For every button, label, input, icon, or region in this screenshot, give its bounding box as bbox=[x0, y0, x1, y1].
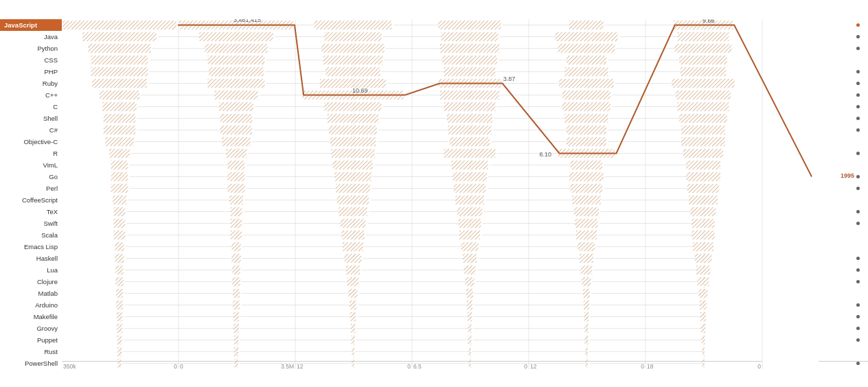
svg-rect-117 bbox=[564, 114, 586, 123]
svg-rect-49 bbox=[91, 56, 120, 64]
svg-rect-21 bbox=[569, 21, 586, 30]
lang-label-objective-c: Objective-C bbox=[0, 136, 62, 148]
svg-rect-208 bbox=[236, 207, 242, 216]
chart-body: JavaScriptJavaPythonCSSPHPRubyC++CShellC… bbox=[0, 19, 868, 375]
svg-text:10.69: 10.69 bbox=[352, 87, 368, 94]
svg-rect-35 bbox=[678, 32, 703, 41]
svg-rect-211 bbox=[457, 207, 470, 216]
header-appeared bbox=[762, 0, 812, 19]
svg-rect-33 bbox=[555, 32, 586, 41]
svg-rect-242 bbox=[119, 242, 124, 251]
svg-rect-65 bbox=[326, 67, 353, 76]
svg-rect-225 bbox=[575, 219, 586, 228]
appeared-dot-arduino bbox=[819, 299, 868, 311]
svg-rect-81 bbox=[559, 79, 586, 88]
header-language bbox=[0, 0, 62, 19]
svg-rect-220 bbox=[236, 219, 242, 228]
appeared-dot-puppet bbox=[819, 334, 868, 346]
svg-rect-83 bbox=[672, 79, 703, 88]
appeared-dot-java bbox=[819, 31, 868, 43]
svg-rect-212 bbox=[470, 207, 482, 216]
svg-rect-13 bbox=[62, 21, 119, 30]
svg-rect-304 bbox=[236, 301, 240, 309]
appeared-dot-makefile bbox=[819, 311, 868, 322]
svg-rect-280 bbox=[236, 277, 240, 286]
svg-rect-98 bbox=[119, 102, 137, 111]
svg-rect-326 bbox=[119, 324, 122, 333]
svg-rect-91 bbox=[440, 91, 470, 99]
svg-rect-328 bbox=[236, 324, 239, 333]
svg-rect-217 bbox=[114, 219, 119, 228]
svg-rect-27 bbox=[199, 32, 236, 41]
appeared-dot-rust bbox=[819, 346, 868, 357]
svg-rect-128 bbox=[470, 126, 492, 134]
svg-rect-34 bbox=[586, 32, 618, 41]
svg-rect-184 bbox=[236, 184, 244, 193]
svg-rect-165 bbox=[571, 161, 586, 169]
appeared-dot-matlab bbox=[819, 288, 868, 299]
svg-rect-138 bbox=[353, 137, 376, 146]
svg-rect-77 bbox=[320, 79, 353, 88]
svg-rect-19 bbox=[438, 21, 470, 30]
svg-rect-222 bbox=[353, 219, 365, 228]
svg-rect-44 bbox=[470, 44, 499, 53]
appeared-dot-c++ bbox=[819, 89, 868, 101]
lang-label-haskell: Haskell bbox=[0, 253, 62, 264]
svg-rect-210 bbox=[353, 207, 367, 216]
svg-rect-25 bbox=[82, 32, 119, 41]
appeared-dot-shell bbox=[819, 113, 868, 124]
svg-rect-26 bbox=[119, 32, 157, 41]
svg-rect-146 bbox=[119, 149, 130, 158]
svg-rect-107 bbox=[678, 102, 703, 111]
svg-rect-122 bbox=[119, 126, 135, 134]
svg-rect-139 bbox=[450, 137, 470, 146]
svg-rect-155 bbox=[683, 149, 703, 158]
year-label: 1995 bbox=[841, 172, 854, 179]
svg-rect-284 bbox=[470, 277, 475, 286]
svg-rect-185 bbox=[336, 184, 353, 193]
svg-rect-169 bbox=[111, 172, 119, 181]
svg-rect-186 bbox=[353, 184, 370, 193]
svg-rect-340 bbox=[236, 336, 238, 344]
svg-rect-126 bbox=[353, 126, 377, 134]
svg-rect-103 bbox=[444, 102, 470, 111]
svg-rect-224 bbox=[470, 219, 481, 228]
svg-rect-174 bbox=[353, 172, 372, 181]
svg-rect-306 bbox=[353, 301, 356, 309]
svg-rect-168 bbox=[703, 161, 720, 169]
svg-rect-63 bbox=[209, 67, 236, 76]
svg-rect-332 bbox=[470, 324, 471, 333]
svg-rect-346 bbox=[586, 336, 588, 344]
lang-label-c++: C++ bbox=[0, 89, 62, 101]
svg-rect-179 bbox=[686, 172, 703, 181]
svg-rect-42 bbox=[353, 44, 385, 53]
svg-rect-31 bbox=[442, 32, 470, 41]
svg-rect-99 bbox=[219, 102, 236, 111]
svg-rect-312 bbox=[703, 301, 707, 309]
svg-rect-344 bbox=[470, 336, 471, 344]
svg-rect-101 bbox=[325, 102, 354, 111]
appeared-dot-groovy bbox=[819, 322, 868, 334]
svg-rect-232 bbox=[236, 231, 242, 239]
svg-rect-202 bbox=[586, 196, 601, 204]
svg-rect-158 bbox=[119, 161, 128, 169]
svg-rect-215 bbox=[691, 207, 703, 216]
svg-rect-119 bbox=[679, 114, 703, 123]
svg-rect-62 bbox=[119, 67, 148, 76]
svg-rect-176 bbox=[470, 172, 487, 181]
svg-rect-314 bbox=[119, 312, 122, 321]
svg-rect-241 bbox=[115, 242, 119, 251]
appeared-dot-emacs-lisp bbox=[819, 241, 868, 253]
svg-rect-123 bbox=[220, 126, 236, 134]
svg-rect-191 bbox=[687, 184, 703, 193]
svg-rect-50 bbox=[119, 56, 148, 64]
svg-rect-108 bbox=[703, 102, 729, 111]
svg-rect-156 bbox=[703, 149, 723, 158]
svg-rect-148 bbox=[236, 149, 247, 158]
svg-rect-120 bbox=[703, 114, 727, 123]
svg-rect-223 bbox=[458, 219, 470, 228]
svg-rect-38 bbox=[119, 44, 151, 53]
svg-rect-30 bbox=[353, 32, 382, 41]
appeared-dot-tex bbox=[819, 206, 868, 218]
svg-rect-109 bbox=[104, 114, 119, 123]
